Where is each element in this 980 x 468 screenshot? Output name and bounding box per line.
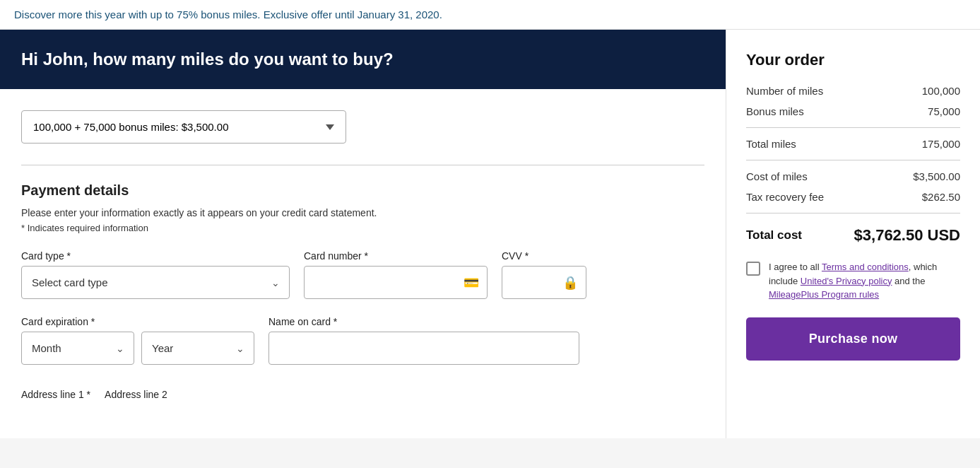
order-row-bonus: Bonus miles 75,000 (746, 105, 960, 117)
terms-row: I agree to all Terms and conditions, whi… (746, 260, 960, 302)
address1-group: Address line 1 * (21, 382, 90, 400)
address-row: Address line 1 * Address line 2 (21, 382, 704, 400)
main-content: Hi John, how many miles do you want to b… (0, 30, 726, 438)
card-type-select[interactable]: Select card type Visa Mastercard America… (21, 266, 290, 299)
card-number-input[interactable] (304, 266, 488, 299)
order-divider-1 (746, 127, 960, 128)
order-row-total-miles: Total miles 175,000 (746, 138, 960, 150)
card-type-select-wrapper: Select card type Visa Mastercard America… (21, 266, 290, 299)
order-cost-label: Cost of miles (746, 170, 808, 182)
order-total-miles-label: Total miles (746, 138, 796, 150)
address2-label: Address line 2 (105, 389, 167, 400)
credit-card-icon: 💳 (464, 275, 479, 291)
cvv-label: CVV * (502, 250, 586, 262)
card-bottom-row: Card expiration * Month 010203 040506 07… (21, 316, 704, 365)
total-label: Total cost (746, 228, 802, 242)
order-bonus-label: Bonus miles (746, 105, 804, 117)
name-label: Name on card * (268, 316, 579, 327)
payment-desc: Please enter your information exactly as… (21, 207, 704, 218)
required-note: * Indicates required information (21, 223, 704, 233)
privacy-policy-link[interactable]: United's Privacy policy (801, 276, 892, 286)
expiration-selects: Month 010203 040506 070809 101112 ⌄ Year… (21, 332, 254, 365)
month-select[interactable]: Month 010203 040506 070809 101112 (21, 332, 134, 365)
card-number-input-wrapper: 💳 (304, 266, 488, 299)
order-miles-value: 100,000 (922, 85, 960, 97)
name-group: Name on card * (268, 316, 579, 365)
hero-header: Hi John, how many miles do you want to b… (0, 30, 726, 89)
payment-section-title: Payment details (21, 182, 704, 199)
cvv-input-wrapper: 🔒 (502, 266, 586, 299)
order-tax-value: $262.50 (922, 191, 960, 203)
expiration-group: Card expiration * Month 010203 040506 07… (21, 316, 254, 365)
order-bonus-value: 75,000 (928, 105, 960, 117)
lock-icon: 🔒 (562, 275, 578, 291)
purchase-now-button[interactable]: Purchase now (746, 317, 960, 361)
mileageplus-rules-link[interactable]: MileagePlus Program rules (769, 289, 879, 300)
cvv-group: CVV * 🔒 (502, 250, 586, 299)
total-row: Total cost $3,762.50 USD (746, 226, 960, 245)
expiration-label: Card expiration * (21, 316, 254, 327)
terms-conditions-link[interactable]: Terms and conditions (822, 262, 909, 272)
order-sidebar: Your order Number of miles 100,000 Bonus… (726, 30, 980, 438)
year-select-wrapper: Year 202020212022 202320242025 202620272… (141, 332, 254, 365)
promo-banner: Discover more this year with up to 75% b… (0, 0, 980, 30)
card-number-label: Card number * (304, 250, 488, 262)
order-row-miles: Number of miles 100,000 (746, 85, 960, 97)
card-number-group: Card number * 💳 (304, 250, 488, 299)
terms-text: I agree to all Terms and conditions, whi… (769, 260, 960, 302)
order-row-tax: Tax recovery fee $262.50 (746, 191, 960, 203)
order-title: Your order (746, 51, 960, 69)
miles-dropdown-wrapper: 100,000 + 75,000 bonus miles: $3,500.00 (21, 110, 704, 144)
section-divider (21, 165, 704, 165)
year-select[interactable]: Year 202020212022 202320242025 202620272… (141, 332, 254, 365)
card-top-row: Card type * Select card type Visa Master… (21, 250, 704, 299)
order-cost-value: $3,500.00 (913, 170, 960, 182)
order-divider-3 (746, 213, 960, 213)
card-type-label: Card type * (21, 250, 290, 262)
address1-label: Address line 1 * (21, 389, 90, 400)
order-tax-label: Tax recovery fee (746, 191, 824, 203)
miles-select[interactable]: 100,000 + 75,000 bonus miles: $3,500.00 (21, 110, 346, 144)
order-miles-label: Number of miles (746, 85, 823, 97)
name-input[interactable] (268, 332, 579, 365)
order-total-miles-value: 175,000 (922, 138, 960, 150)
order-row-cost: Cost of miles $3,500.00 (746, 170, 960, 182)
card-type-group: Card type * Select card type Visa Master… (21, 250, 290, 299)
order-divider-2 (746, 160, 960, 160)
terms-checkbox[interactable] (746, 262, 760, 276)
address2-group: Address line 2 (105, 382, 167, 400)
month-select-wrapper: Month 010203 040506 070809 101112 ⌄ (21, 332, 134, 365)
total-value: $3,762.50 USD (854, 226, 960, 245)
